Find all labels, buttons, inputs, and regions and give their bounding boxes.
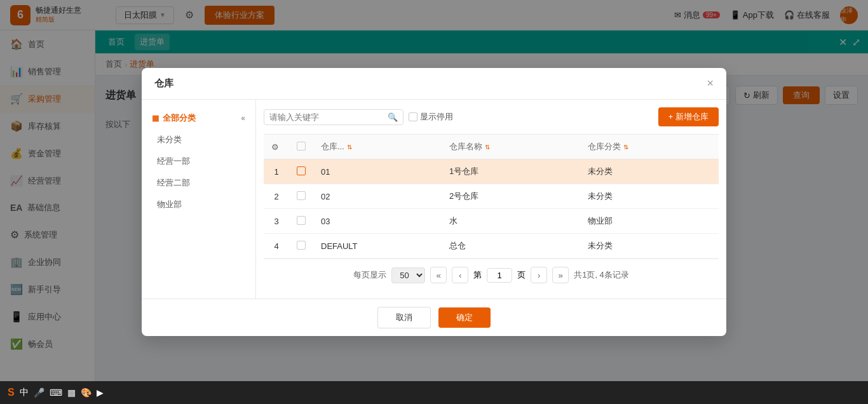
table-body: 1 01 1号仓库 未分类 2 <box>264 159 719 259</box>
search-icon: 🔍 <box>388 112 398 122</box>
modal-close-button[interactable]: × <box>707 77 714 90</box>
collapse-button[interactable]: « <box>241 114 245 123</box>
sort-name-icon[interactable]: ⇅ <box>485 144 490 151</box>
grid-icon: ▦ <box>152 114 159 123</box>
page-di-label: 第 <box>473 269 482 281</box>
th-name: 仓库名称 ⇅ <box>442 135 580 159</box>
th-code: 仓库... ⇅ <box>313 135 442 159</box>
row-checkbox[interactable] <box>289 234 313 259</box>
table-row[interactable]: 3 03 水 物业部 <box>264 209 719 234</box>
per-page-label: 每页显示 <box>353 269 386 281</box>
content-panel: 🔍 显示停用 + 新增仓库 ⚙ <box>256 100 726 299</box>
category-item-dept1[interactable]: 经营一部 <box>142 151 255 172</box>
select-all-checkbox[interactable] <box>297 142 306 151</box>
row-no: 1 <box>264 159 289 184</box>
taskbar-logo: S <box>8 387 15 398</box>
th-checkbox <box>289 135 313 159</box>
th-name-label: 仓库名称 <box>449 141 482 152</box>
table-row[interactable]: 1 01 1号仓库 未分类 <box>264 159 719 184</box>
search-bar: 🔍 显示停用 + 新增仓库 <box>264 107 719 126</box>
row-name: 1号仓库 <box>442 159 580 184</box>
table-row[interactable]: 2 02 2号仓库 未分类 <box>264 184 719 209</box>
row-category: 未分类 <box>580 159 719 184</box>
total-info: 共1页, 4条记录 <box>574 269 629 281</box>
pagination: 每页显示 50 « ‹ 第 页 › » 共1页, 4条记录 <box>264 259 719 291</box>
cancel-button[interactable]: 取消 <box>377 307 431 328</box>
first-page-button[interactable]: « <box>430 267 447 283</box>
row-name: 水 <box>442 209 580 234</box>
page-label: 页 <box>517 269 526 281</box>
last-page-button[interactable]: » <box>552 267 569 283</box>
row-code: DEFAULT <box>313 234 442 259</box>
row-code: 02 <box>313 184 442 209</box>
show-disabled-label: 显示停用 <box>420 111 453 123</box>
add-warehouse-button[interactable]: + 新增仓库 <box>658 107 719 126</box>
table-header: ⚙ 仓库... ⇅ <box>264 135 719 159</box>
modal-footer: 取消 确定 <box>142 299 726 336</box>
taskbar-mic[interactable]: 🎤 <box>34 387 44 398</box>
search-input[interactable] <box>269 112 385 122</box>
th-settings: ⚙ <box>264 135 289 159</box>
taskbar-color[interactable]: 🎨 <box>81 387 92 398</box>
bottom-taskbar: S 中 🎤 ⌨ ▦ 🎨 ▶ <box>0 381 868 404</box>
row-checkbox[interactable] <box>289 209 313 234</box>
modal-title: 仓库 <box>154 77 173 90</box>
category-item-dept2[interactable]: 经营二部 <box>142 172 255 194</box>
category-item-property[interactable]: 物业部 <box>142 194 255 215</box>
category-panel: ▦ 全部分类 « 未分类 经营一部 经营二部 物业部 <box>142 100 256 299</box>
row-code: 01 <box>313 159 442 184</box>
warehouse-table: ⚙ 仓库... ⇅ <box>264 134 719 259</box>
taskbar-layout[interactable]: ▦ <box>67 387 76 398</box>
row-code: 03 <box>313 209 442 234</box>
warehouse-modal: 仓库 × ▦ 全部分类 « 未分类 经营一部 经营二部 物业部 <box>142 68 726 336</box>
th-category-label: 仓库分类 <box>588 141 621 152</box>
table-row[interactable]: 4 DEFAULT 总仓 未分类 <box>264 234 719 259</box>
taskbar-keyboard[interactable]: ⌨ <box>50 387 62 398</box>
disabled-checkbox[interactable] <box>409 112 417 121</box>
row-no: 3 <box>264 209 289 234</box>
category-item-unclassified[interactable]: 未分类 <box>142 129 255 151</box>
row-category: 未分类 <box>580 234 719 259</box>
per-page-select[interactable]: 50 <box>391 267 425 283</box>
all-categories-label: 全部分类 <box>163 112 196 124</box>
row-no: 2 <box>264 184 289 209</box>
taskbar-zhong[interactable]: 中 <box>20 387 29 398</box>
row-category: 物业部 <box>580 209 719 234</box>
sort-category-icon[interactable]: ⇅ <box>623 144 628 151</box>
row-category: 未分类 <box>580 184 719 209</box>
row-checkbox[interactable] <box>289 184 313 209</box>
prev-page-button[interactable]: ‹ <box>452 267 468 283</box>
row-name: 总仓 <box>442 234 580 259</box>
row-name: 2号仓库 <box>442 184 580 209</box>
all-categories-header[interactable]: ▦ 全部分类 « <box>142 107 255 129</box>
row-no: 4 <box>264 234 289 259</box>
row-checkbox[interactable] <box>289 159 313 184</box>
page-number-input[interactable] <box>487 268 512 283</box>
modal-overlay[interactable]: 仓库 × ▦ 全部分类 « 未分类 经营一部 经营二部 物业部 <box>0 0 868 404</box>
taskbar-extra[interactable]: ▶ <box>97 387 104 398</box>
gear-header-icon: ⚙ <box>271 142 279 152</box>
th-code-label: 仓库... <box>321 141 344 152</box>
th-category: 仓库分类 ⇅ <box>580 135 719 159</box>
show-disabled-checkbox[interactable]: 显示停用 <box>409 111 453 123</box>
confirm-button[interactable]: 确定 <box>438 307 491 328</box>
sort-code-icon[interactable]: ⇅ <box>347 144 352 151</box>
search-input-wrap: 🔍 <box>264 109 403 125</box>
modal-body: ▦ 全部分类 « 未分类 经营一部 经营二部 物业部 🔍 <box>142 100 726 299</box>
next-page-button[interactable]: › <box>531 267 547 283</box>
modal-header: 仓库 × <box>142 68 726 100</box>
